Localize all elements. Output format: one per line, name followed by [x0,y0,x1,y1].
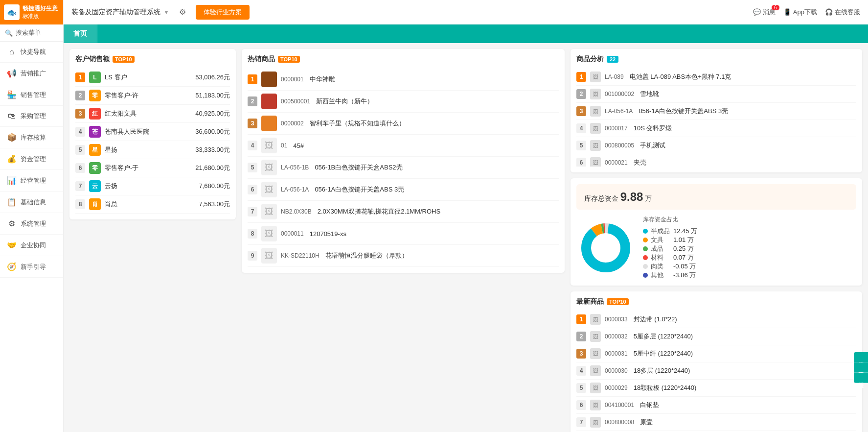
product-code: 000500001 [281,98,310,105]
product-name: 中华神雕 [310,75,559,84]
customer-name: 零售客户-许 [105,91,191,100]
sidebar-item-system[interactable]: ⚙ 系统管理 [0,213,63,235]
legend-item: 肉类 -0.05 万 [643,262,697,271]
product-image [261,116,277,131]
online-service-button[interactable]: 🎧 在线客服 [825,8,860,17]
sidebar-item-sales[interactable]: 🏪 销售管理 [0,84,63,106]
product-name: 056-1A白色按键开关盖ABS 3壳 [315,185,559,194]
new-product-item: 5 🖼 0000029 18颗粒板 (1220*2440) [576,380,856,397]
nav-icon-inventory: 📦 [7,133,17,142]
nav-icon-operations: 📊 [7,176,17,185]
product-name: 5厘多层 (1220*2440) [634,332,856,341]
sidebar-item-label-guide: 新手引导 [21,263,46,271]
customer-value: 51,183.00元 [195,91,230,100]
sidebar-item-base-info[interactable]: 📋 基础信息 [0,192,63,213]
customer-rank-item: 2 零 零售客户-许 51,183.00元 [75,87,230,105]
sidebar-item-cooperation[interactable]: 🤝 企业协同 [0,235,63,256]
logo-text: 畅捷通好生意 标准版 [23,5,58,20]
customer-rank-item: 3 红 红太阳文具 40,925.00元 [75,105,230,123]
hot-product-item: 5 🖼 LA-056-1B 056-1B白色按键开关盒ABS2壳 [248,157,559,179]
product-code: 0000001 [281,76,304,83]
inventory-legend-items: 半成品 12.45 万 文具 1.01 万 成品 0.25 万 材料 0.07 … [643,227,697,280]
sidebar-item-marketing[interactable]: 📢 营销推广 [0,63,63,84]
customer-rank-item: 7 云 云扬 7,680.00元 [75,177,230,195]
sidebar-search[interactable]: 🔍 搜索菜单 [0,24,63,42]
home-tab[interactable]: 首页 [64,24,97,43]
product-name: 18多层 (1220*2440) [634,366,856,375]
legend-item: 材料 0.07 万 [643,253,697,262]
header-right: 💬 消息 6 📱 App下载 🎧 在线客服 [753,8,860,17]
legend-name: 其他 [651,271,670,280]
customer-badge: 肖 [89,198,101,210]
legend-value: 1.01 万 [673,236,694,244]
product-name: 原壹 [640,418,856,427]
app-download-button[interactable]: 📱 App下载 [783,8,817,17]
product-gray-badge: 🖼 [590,348,601,359]
message-button[interactable]: 💬 消息 6 [753,8,776,17]
legend-name: 材料 [651,253,670,262]
rank-number: 4 [248,141,257,150]
rank-number: 4 [75,127,85,137]
rank-number: 1 [576,314,586,324]
product-name: 智利车子里（规格不知道填什么） [310,119,559,128]
rank-number: 6 [248,185,257,194]
legend-value: -3.86 万 [673,271,696,280]
hot-product-item: 9 🖼 KK-SD22110H 花语萌恒温分腿睡袋（厚款） [248,245,559,267]
customer-name: 零售客户-于 [105,164,191,172]
customer-value: 53,006.26元 [195,73,230,82]
product-image [261,94,277,109]
nav-icon-quick-nav: ⌂ [7,48,17,56]
nav-icon-base-info: 📋 [7,197,17,207]
sidebar-item-label-inventory: 库存核算 [21,133,46,142]
sidebar-item-quick-nav[interactable]: ⌂ 快捷导航 [0,42,63,63]
product-name: 5厘中纤 (1220*2440) [634,349,856,358]
product-name: 封边带 (1.0*22) [634,315,856,324]
rank-number: 3 [576,349,586,359]
analysis-item: 1 🖼 LA-089 电池盖 LA-089 ABS本色+黑种 7.1克 [576,69,856,86]
product-code: 000800008 [605,419,634,426]
legend-color-dot [643,255,648,260]
middle-column: 热销商品 TOP10 1 0000001 中华神雕 2 000500001 新西… [242,49,565,432]
dropdown-icon[interactable]: ▼ [163,9,169,16]
commodity-analysis-title: 商品分析 22 [576,55,856,64]
trial-button[interactable]: 体验行业方案 [196,5,250,20]
product-image [261,72,277,87]
sidebar-item-label-marketing: 营销推广 [21,69,46,78]
rank-number: 2 [248,96,257,106]
rank-number: 1 [248,74,257,84]
sidebar-item-label-base-info: 基础信息 [21,198,46,207]
product-image: 🖼 [261,204,277,219]
sidebar-item-guide[interactable]: 🧭 新手引导 [0,256,63,278]
sidebar-item-label-system: 系统管理 [21,219,46,228]
main-content: 客户销售额 TOP10 1 L LS 客户 53,006.26元 2 零 零售客… [64,43,868,432]
new-product-item: 2 🖼 0000032 5厘多层 (1220*2440) [576,328,856,345]
sidebar-item-inventory[interactable]: 📦 库存核算 [0,127,63,148]
new-product-item: 4 🖼 0000030 18多层 (1220*2440) [576,362,856,380]
analysis-item: 5 🖼 000800005 手机测试 [576,137,856,154]
product-gray-badge: 🖼 [590,140,601,151]
legend-item: 成品 0.25 万 [643,244,697,253]
rank-number: 6 [576,400,586,410]
logo-icon: 🐟 [4,4,20,20]
sidebar-item-label-purchase: 采购管理 [21,112,46,120]
sidebar-item-label-finance: 资金管理 [21,155,46,164]
product-name: 056-1A白色按键开关盖ABS 3壳 [639,107,856,116]
customer-service-button[interactable]: 客服热线 [854,352,868,362]
sidebar-item-operations[interactable]: 📊 经营管理 [0,170,63,192]
sidebar-item-label-operations: 经营管理 [21,176,46,185]
sidebar-item-purchase[interactable]: 🛍 采购管理 [0,106,63,127]
service-community-button[interactable]: 服务社区 [854,362,868,373]
live-button[interactable]: 直播 [854,373,868,383]
gear-button[interactable]: ⚙ [175,5,190,20]
left-column: 客户销售额 TOP10 1 L LS 客户 53,006.26元 2 零 零售客… [69,49,236,432]
product-image: 🖼 [261,138,277,153]
product-name: 2.0X30MM双搓花轴,搓花直径2.1MM/ROHS [318,207,559,216]
product-image: 🖼 [261,160,277,175]
search-icon: 🔍 [5,29,13,37]
customer-rank-item: 6 零 零售客户-于 21,680.00元 [75,159,230,177]
hot-product-item: 8 🖼 0000011 12070519-xs [248,223,559,245]
customer-badge: 红 [89,108,101,120]
product-gray-badge: 🖼 [590,383,601,393]
legend-value: 12.45 万 [673,227,697,236]
sidebar-item-finance[interactable]: 💰 资金管理 [0,148,63,170]
